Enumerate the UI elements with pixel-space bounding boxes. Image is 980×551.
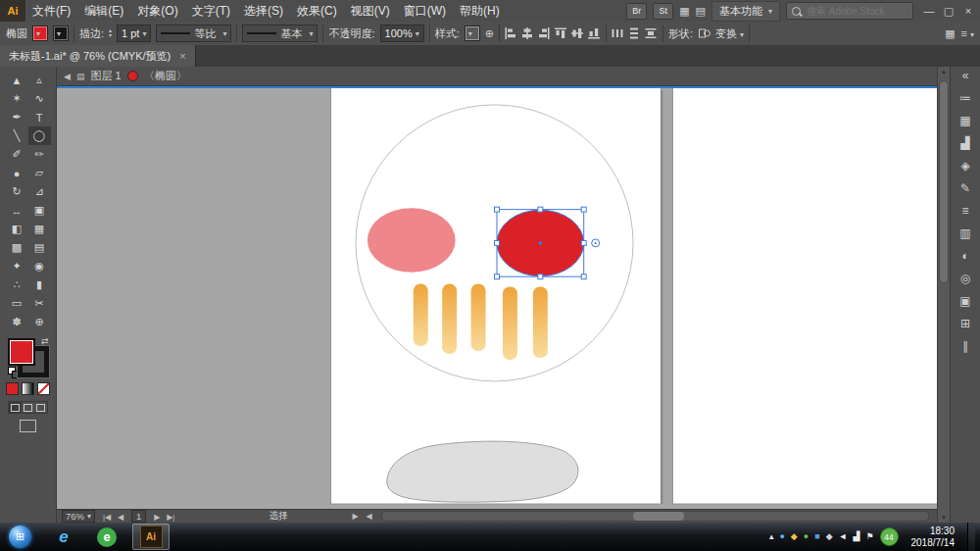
appearance-panel-icon[interactable]: ◎ xyxy=(960,273,970,285)
taskbar-browser-icon[interactable]: e xyxy=(89,525,124,549)
lasso-tool[interactable]: ∿ xyxy=(28,89,51,108)
dock-expand-icon[interactable]: « xyxy=(962,70,969,82)
tray-update-icon[interactable]: ■ xyxy=(814,532,819,541)
artboard-2[interactable] xyxy=(672,88,937,504)
search-input[interactable] xyxy=(805,5,907,18)
tray-driver-icon[interactable]: ◆ xyxy=(826,532,833,541)
minimize-button[interactable]: — xyxy=(919,0,939,22)
artboard-number-field[interactable]: 1 xyxy=(131,510,146,523)
align-bottom-icon[interactable] xyxy=(588,27,601,40)
ellipse-tool[interactable]: ◯ xyxy=(28,126,51,145)
artboard-tool[interactable]: ▭ xyxy=(6,294,28,313)
color-panel-icon[interactable]: ≔ xyxy=(959,92,971,105)
perspective-grid-tool[interactable]: ▦ xyxy=(28,220,51,238)
collapse-left-icon[interactable]: ◀ xyxy=(367,512,372,521)
align-middle-icon[interactable] xyxy=(571,27,584,40)
slice-tool[interactable]: ✂ xyxy=(28,294,51,313)
canvas[interactable] xyxy=(57,86,937,509)
menu-edit[interactable]: 编辑(E) xyxy=(77,0,130,22)
horizontal-scrollbar[interactable] xyxy=(381,511,929,522)
width-profile-dropdown[interactable]: 等比 xyxy=(156,25,231,42)
handle-bottom-right[interactable] xyxy=(581,275,586,279)
security-score-badge[interactable]: 44 xyxy=(880,527,899,546)
hand-tool[interactable]: ✽ xyxy=(6,313,28,331)
draw-normal-button[interactable] xyxy=(9,402,22,413)
stock-search[interactable] xyxy=(786,2,913,20)
pencil-tool[interactable]: ✏ xyxy=(28,145,51,164)
distribute-spacing-icon[interactable] xyxy=(645,27,658,40)
breadcrumb-layer[interactable]: 图层 1 xyxy=(90,69,121,83)
menu-window[interactable]: 窗口(W) xyxy=(397,0,453,22)
tray-flag-icon[interactable]: ⚑ xyxy=(865,532,873,541)
screen-layout-icon[interactable]: ▤ xyxy=(696,5,706,18)
tray-network-icon[interactable]: ▟ xyxy=(854,532,860,541)
width-tool[interactable]: ↔ xyxy=(6,201,28,220)
eraser-tool[interactable]: ▱ xyxy=(28,164,51,182)
arrange-documents-icon[interactable]: ▦ xyxy=(679,5,689,18)
none-button[interactable] xyxy=(37,382,50,395)
swatches-panel-icon[interactable]: ▦ xyxy=(959,115,970,127)
screen-mode-button[interactable] xyxy=(20,420,36,432)
handle-top-left[interactable] xyxy=(495,207,500,212)
fill-color-dropdown[interactable] xyxy=(32,25,48,41)
pen-tool[interactable]: ✒ xyxy=(6,108,28,126)
gradient-tool[interactable]: ▤ xyxy=(28,238,51,257)
transform-menu[interactable]: 变换 xyxy=(715,26,744,41)
color-button[interactable] xyxy=(6,382,19,395)
draw-inside-button[interactable] xyxy=(34,402,47,413)
tooth-1[interactable] xyxy=(414,284,428,347)
tab-close-icon[interactable]: × xyxy=(179,50,185,62)
show-desktop-button[interactable] xyxy=(967,523,975,551)
opacity-value-box[interactable]: 100% xyxy=(380,25,424,42)
selection-tool[interactable]: ▲ xyxy=(6,71,28,89)
shape-properties-icon[interactable] xyxy=(698,27,710,40)
handle-middle-left[interactable] xyxy=(495,240,500,245)
vertical-scroll-thumb[interactable] xyxy=(939,80,949,283)
align-center-icon[interactable] xyxy=(521,27,534,40)
scale-tool[interactable]: ⊿ xyxy=(28,182,51,201)
align-left-icon[interactable] xyxy=(505,27,517,40)
chin-blob[interactable] xyxy=(387,441,578,502)
tooth-3[interactable] xyxy=(471,284,486,352)
magic-wand-tool[interactable]: ✶ xyxy=(6,89,28,108)
blob-brush-tool[interactable]: ● xyxy=(6,164,28,182)
menu-help[interactable]: 帮助(H) xyxy=(453,0,507,22)
distribute-horizontal-icon[interactable] xyxy=(612,27,624,40)
gradient-panel-icon[interactable]: ▥ xyxy=(959,227,970,240)
next-artboard-icon[interactable]: ▶ xyxy=(154,513,160,522)
free-transform-tool[interactable]: ▣ xyxy=(28,201,51,220)
zoom-tool[interactable]: ⊕ xyxy=(28,313,51,331)
close-button[interactable]: × xyxy=(958,0,978,22)
tray-messenger-icon[interactable]: ● xyxy=(779,532,784,541)
scroll-down-icon[interactable]: ▼ xyxy=(938,515,950,521)
menu-type[interactable]: 文字(T) xyxy=(185,0,237,22)
recolor-artwork-icon[interactable]: ⊕ xyxy=(485,27,494,40)
handle-bottom-left[interactable] xyxy=(495,275,500,279)
menu-object[interactable]: 对象(O) xyxy=(130,0,184,22)
direct-selection-tool[interactable]: ▵ xyxy=(28,71,51,89)
paintbrush-tool[interactable]: ✐ xyxy=(6,145,28,164)
zoom-dropdown[interactable]: 76% xyxy=(62,510,95,523)
selection-center-point[interactable] xyxy=(539,241,543,245)
style-dropdown[interactable] xyxy=(465,25,480,41)
mesh-tool[interactable]: ▩ xyxy=(6,238,28,257)
tray-security-icon[interactable]: ◆ xyxy=(791,532,798,541)
app-logo[interactable]: Ai xyxy=(0,0,25,22)
stroke-weight-stepper[interactable]: ▴▾ xyxy=(109,28,112,38)
tray-volume-icon[interactable]: ◄ xyxy=(839,532,848,541)
menu-view[interactable]: 视图(V) xyxy=(344,0,397,22)
horizontal-scroll-thumb[interactable] xyxy=(633,512,684,521)
handle-middle-right[interactable] xyxy=(581,240,586,245)
graph-panel-icon[interactable]: ▟ xyxy=(960,137,969,150)
distribute-vertical-icon[interactable] xyxy=(628,27,641,40)
menu-select[interactable]: 选择(S) xyxy=(237,0,290,22)
bridge-button[interactable]: Br xyxy=(626,3,647,20)
menu-file[interactable]: 文件(F) xyxy=(25,0,77,22)
vertical-scrollbar[interactable]: ▲ ▼ xyxy=(937,67,950,523)
handle-top-right[interactable] xyxy=(581,207,586,212)
brush-definition-dropdown[interactable]: 基本 xyxy=(242,25,318,42)
document-tab[interactable]: 未标题-1.ai* @ 76% (CMYK/预览) × xyxy=(0,45,196,67)
taskbar-ie-icon[interactable]: e xyxy=(46,525,81,549)
rotate-tool[interactable]: ↻ xyxy=(6,182,28,201)
align-panel-icon[interactable]: ∥ xyxy=(962,340,968,353)
